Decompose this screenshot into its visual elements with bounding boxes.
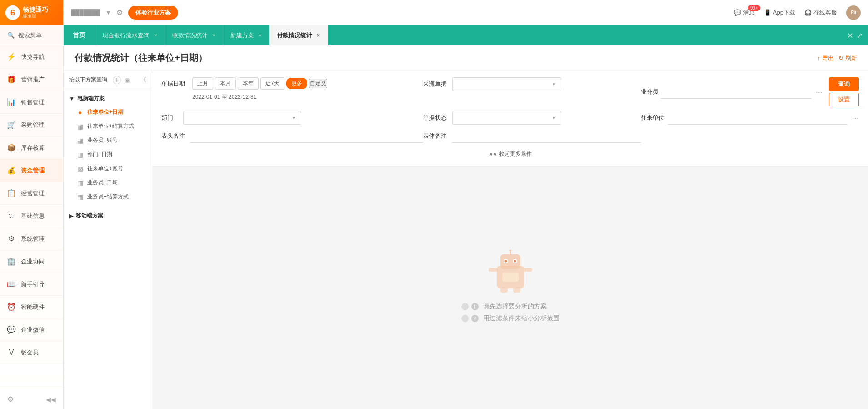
partner-dots[interactable]: ···: [852, 114, 859, 121]
service-icon: 🎧: [804, 9, 812, 16]
tabs-bar: 首页 现金银行流水查询 × 收款情况统计 × 新建方案 × 付款情况统计 × ✕…: [64, 25, 868, 45]
body-note-input[interactable]: [452, 129, 641, 143]
sidebar-item-hardware[interactable]: ⏰ 智能硬件: [0, 296, 63, 318]
query-setting-btns: 查询 设置: [829, 77, 859, 106]
date-btn-this-month[interactable]: 本月: [215, 77, 236, 90]
salesperson-input-area[interactable]: [661, 85, 811, 99]
scheme-add-icon[interactable]: +: [113, 76, 121, 84]
partner-input-area[interactable]: [668, 111, 848, 125]
tab-home[interactable]: 首页: [64, 25, 95, 45]
sidebar-item-system[interactable]: ⚙ 系统管理: [0, 227, 63, 250]
scheme-item-partner-date[interactable]: ● 往来单位+日期: [64, 105, 152, 119]
setting-button[interactable]: 设置: [829, 93, 859, 106]
sidebar-footer-settings-icon[interactable]: ⚙: [7, 395, 14, 404]
topbar-online-service[interactable]: 🎧 在线客服: [804, 9, 837, 17]
tab-bank-flow[interactable]: 现金银行流水查询 ×: [95, 25, 165, 45]
sidebar-item-purchase[interactable]: 🛒 采购管理: [0, 114, 63, 136]
section-arrow-right-icon: ▶: [69, 213, 73, 219]
dept-select[interactable]: ▼: [183, 111, 301, 125]
sidebar-item-sales[interactable]: 📊 销售管理: [0, 91, 63, 114]
scheme-section-mobile-title[interactable]: ▶ 移动端方案: [64, 209, 152, 222]
topbar-arrow-icon[interactable]: ▼: [105, 10, 111, 16]
empty-illustration: 1 请先选择要分析的方案 2 用过滤条件来缩小分析范围: [461, 250, 559, 326]
tab-receipt-stat[interactable]: 收款情况统计 ×: [165, 25, 223, 45]
date-btn-last-7[interactable]: 近7天: [260, 77, 284, 90]
empty-text-list: 1 请先选择要分析的方案 2 用过滤条件来缩小分析范围: [461, 303, 559, 326]
sidebar-subtitle: 标准版: [23, 13, 48, 20]
date-btn-this-year[interactable]: 本年: [238, 77, 259, 90]
tab-receipt-stat-close[interactable]: ×: [212, 32, 215, 39]
source-select[interactable]: ▼: [452, 77, 561, 91]
tab-close-all-icon[interactable]: ✕: [847, 31, 853, 40]
topbar-gear-icon[interactable]: ⚙: [116, 8, 123, 17]
date-buttons-row: 上月 本月 本年 近7天 更多 自定义: [192, 77, 327, 90]
date-range-text: 2022-01-01 至 2022-12-31: [192, 93, 327, 101]
finance-icon: 💰: [6, 166, 16, 176]
scheme-item-staff-account[interactable]: ▦ 业务员+账号: [64, 133, 152, 147]
export-button[interactable]: ↑ 导出: [818, 54, 834, 62]
tab-expand-icon[interactable]: ⤢: [857, 31, 863, 40]
scheme-item-partner-settle[interactable]: ▦ 往来单位+结算方式: [64, 119, 152, 133]
tab-new-scheme-close[interactable]: ×: [259, 32, 262, 39]
scheme-item-label: 往来单位+日期: [87, 108, 123, 116]
scheme-item-staff-date[interactable]: ▦ 业务员+日期: [64, 176, 152, 190]
trial-button[interactable]: 体验行业方案: [128, 6, 178, 20]
topbar-app-download[interactable]: 📱 App下载: [764, 9, 795, 17]
sidebar-item-guide[interactable]: 📖 新手引导: [0, 273, 63, 296]
page-title: 付款情况统计（往来单位+日期）: [75, 52, 207, 71]
svg-rect-11: [513, 287, 520, 293]
left-panel-collapse-icon[interactable]: 《: [140, 76, 146, 84]
topbar-message[interactable]: 💬 消息 99+: [734, 9, 755, 17]
salesperson-dots[interactable]: ···: [816, 88, 823, 96]
date-btn-more[interactable]: 更多: [286, 78, 307, 89]
tab-payment-stat[interactable]: 付款情况统计 ×: [269, 25, 328, 45]
tab-payment-stat-close[interactable]: ×: [317, 32, 320, 39]
doc-status-arrow-icon: ▼: [552, 116, 556, 121]
sidebar-item-inventory[interactable]: 📦 库存核算: [0, 136, 63, 159]
date-btn-last-month[interactable]: 上月: [192, 77, 213, 90]
sidebar-item-wechat[interactable]: 💬 企业微信: [0, 318, 63, 341]
empty-tip-1: 1 请先选择要分析的方案: [461, 303, 559, 311]
sidebar-item-label: 快捷导航: [21, 53, 45, 61]
sidebar-title-wrap: 畅捷通巧 标准版: [23, 6, 48, 20]
filter-row-2: 部门 ▼ 单据状态 ▼: [161, 111, 859, 125]
scheme-section-desktop-title[interactable]: ▼ 电脑端方案: [64, 92, 152, 105]
sidebar-item-member[interactable]: V 畅会员: [0, 341, 63, 364]
collapse-more-label: 收起更多条件: [499, 150, 532, 158]
search-icon: 🔍: [7, 32, 15, 39]
sidebar-item-finance[interactable]: 💰 资金管理: [0, 159, 63, 182]
hardware-icon: ⏰: [6, 302, 16, 312]
sidebar-item-marketing[interactable]: 🎁 营销推广: [0, 68, 63, 91]
scheme-item-icon: ▦: [76, 193, 84, 201]
sidebar-item-quick-nav[interactable]: ⚡ 快捷导航: [0, 45, 63, 68]
scheme-item-icon: ▦: [76, 123, 84, 130]
query-button[interactable]: 查询: [829, 77, 859, 91]
filter-docstatus-group: 单据状态 ▼: [423, 111, 641, 125]
scheme-item-partner-account[interactable]: ▩ 往来单位+账号: [64, 162, 152, 176]
tab-new-scheme[interactable]: 新建方案 ×: [223, 25, 269, 45]
refresh-button[interactable]: ↻ 刷新: [838, 54, 857, 62]
message-badge: 99+: [748, 5, 760, 11]
scheme-settings-icon[interactable]: ◉: [125, 76, 130, 84]
sidebar-item-basic-info[interactable]: 🗂 基础信息: [0, 205, 63, 227]
body-split: 按以下方案查询 + ◉ 《 ▼ 电脑端方案 ● 往来单位+日期: [64, 71, 868, 409]
sidebar-search[interactable]: 🔍 搜索菜单: [0, 25, 63, 45]
filter-row-1: 单据日期 上月 本月 本年 近7天 更多 自定义 20: [161, 77, 859, 106]
scheme-item-staff-settle[interactable]: ▦ 业务员+结算方式: [64, 190, 152, 204]
sidebar-item-enterprise[interactable]: 🏢 企业协同: [0, 250, 63, 273]
filter-header-note-group: 表头备注: [161, 129, 423, 143]
tab-bank-flow-close[interactable]: ×: [154, 32, 157, 39]
right-panel: 单据日期 上月 本月 本年 近7天 更多 自定义 20: [152, 71, 868, 409]
topbar-user-avatar[interactable]: Rit: [846, 5, 861, 20]
scheme-item-dept-date[interactable]: ▦ 部门+日期: [64, 147, 152, 162]
collapse-more-button[interactable]: ∧∧ 收起更多条件: [161, 146, 859, 160]
topbar-org-name[interactable]: ███████: [71, 9, 100, 16]
date-btn-custom[interactable]: 自定义: [309, 79, 327, 88]
header-note-input[interactable]: [190, 129, 423, 143]
sidebar-footer-collapse-icon[interactable]: ◀◀: [46, 396, 56, 403]
wechat-icon: 💬: [6, 325, 16, 335]
doc-status-select[interactable]: ▼: [452, 111, 561, 125]
sidebar-item-operation[interactable]: 📋 经营管理: [0, 182, 63, 205]
filter-body-note-group: 表体备注: [423, 129, 641, 143]
tab-receipt-stat-label: 收款情况统计: [172, 31, 208, 40]
